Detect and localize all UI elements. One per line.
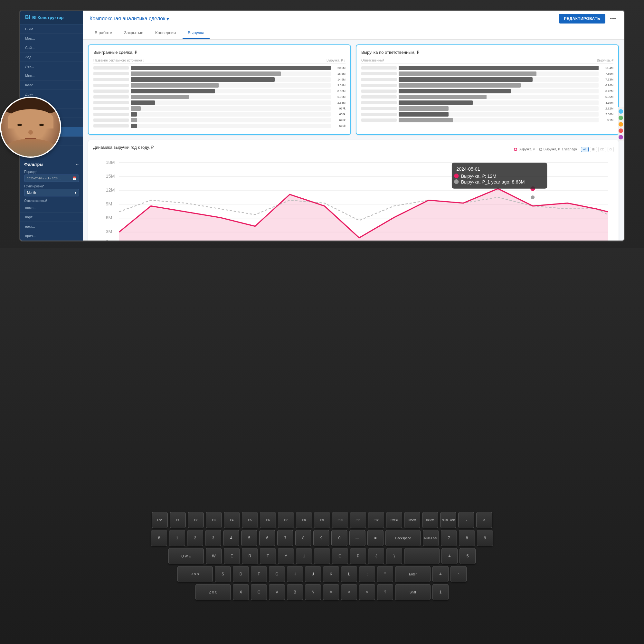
key-s[interactable]: S: [215, 566, 231, 582]
key-prtsc[interactable]: PrtSc: [386, 512, 402, 528]
edit-button[interactable]: РЕДАКТИРОВАТЬ: [559, 14, 606, 24]
control-fullscreen[interactable]: □: [608, 147, 614, 152]
key-f2[interactable]: F2: [188, 512, 204, 528]
sidebar-item-crm[interactable]: CRM: [20, 24, 83, 34]
key-slash[interactable]: ?: [377, 584, 393, 600]
key-quote[interactable]: ": [377, 566, 393, 582]
key-o[interactable]: O: [332, 548, 348, 564]
key-num5-side[interactable]: 5: [450, 566, 467, 582]
key-semicolon[interactable]: ;: [359, 566, 375, 582]
key-equals[interactable]: =: [367, 530, 384, 546]
key-n[interactable]: N: [305, 584, 321, 600]
key-f4[interactable]: F4: [224, 512, 240, 528]
key-f8[interactable]: F8: [296, 512, 312, 528]
tab-revenue[interactable]: Выручка: [183, 27, 210, 39]
sidebar-item-vart[interactable]: варт...: [20, 213, 83, 222]
key-multiply[interactable]: ×: [476, 512, 492, 528]
key-f[interactable]: F: [251, 566, 267, 582]
key-num7[interactable]: 7: [441, 530, 457, 546]
sidebar-item-sai[interactable]: Сай...: [20, 43, 83, 52]
key-5[interactable]: 5: [241, 530, 257, 546]
key-f11[interactable]: F11: [350, 512, 366, 528]
key-2[interactable]: 2: [187, 530, 203, 546]
key-3[interactable]: 3: [205, 530, 221, 546]
tab-conversion[interactable]: Конверсия: [150, 27, 181, 39]
key-insert[interactable]: Insert: [404, 512, 420, 528]
key-bracket-r[interactable]: }: [386, 548, 402, 564]
grouping-select[interactable]: Month ▾: [24, 189, 79, 196]
key-b[interactable]: B: [287, 584, 303, 600]
key-backtick[interactable]: ё: [151, 530, 167, 546]
key-divide[interactable]: ÷: [458, 512, 474, 528]
key-f7[interactable]: F7: [278, 512, 294, 528]
control-table[interactable]: ⊟: [590, 147, 597, 152]
key-num8[interactable]: 8: [459, 530, 475, 546]
key-num1[interactable]: 1: [432, 584, 449, 600]
key-period[interactable]: >: [359, 584, 375, 600]
key-m[interactable]: M: [323, 584, 339, 600]
key-1[interactable]: 1: [169, 530, 185, 546]
key-7[interactable]: 7: [277, 530, 293, 546]
key-r[interactable]: R: [242, 548, 258, 564]
key-num5[interactable]: 5: [459, 548, 476, 564]
sidebar-item-nast[interactable]: наст...: [20, 222, 83, 231]
key-numlock2[interactable]: Num Lock: [423, 530, 439, 546]
key-tab[interactable]: Q W E: [168, 548, 204, 564]
key-minus[interactable]: —: [349, 530, 365, 546]
sidebar-item-kale[interactable]: Кале...: [20, 81, 83, 90]
key-u[interactable]: U: [296, 548, 312, 564]
sidebar-item-zad[interactable]: Зад...: [20, 52, 83, 62]
key-0[interactable]: 0: [331, 530, 347, 546]
key-num9[interactable]: 9: [477, 530, 493, 546]
key-f12[interactable]: F12: [368, 512, 384, 528]
sidebar-item-prich[interactable]: прич...: [20, 231, 83, 241]
key-v[interactable]: V: [269, 584, 285, 600]
period-input[interactable]: 2023-07-10 ≤ col ≤ 2024... 📅: [24, 175, 79, 182]
key-enter-top[interactable]: [404, 548, 440, 564]
key-f3[interactable]: F3: [206, 512, 222, 528]
key-i[interactable]: I: [314, 548, 330, 564]
key-shift-r[interactable]: Shift: [395, 584, 431, 600]
sidebar-item-pomo[interactable]: помо...: [20, 203, 83, 213]
dropdown-icon[interactable]: ▾: [166, 16, 169, 22]
key-f6[interactable]: F6: [260, 512, 276, 528]
key-l[interactable]: L: [341, 566, 357, 582]
filter-collapse-icon[interactable]: ←: [75, 162, 79, 167]
key-f1[interactable]: F1: [170, 512, 186, 528]
key-enter[interactable]: Enter: [395, 566, 431, 582]
key-f5[interactable]: F5: [242, 512, 258, 528]
more-button[interactable]: •••: [609, 15, 617, 22]
control-all[interactable]: All: [581, 147, 589, 152]
key-c[interactable]: C: [251, 584, 267, 600]
key-f9[interactable]: F9: [314, 512, 330, 528]
sidebar-item-mes[interactable]: Мес...: [20, 71, 83, 81]
key-e[interactable]: E: [224, 548, 240, 564]
key-w[interactable]: W: [206, 548, 222, 564]
key-y[interactable]: Y: [278, 548, 294, 564]
key-4[interactable]: 4: [223, 530, 239, 546]
key-numlock[interactable]: Num Lock: [440, 512, 456, 528]
key-delete[interactable]: Delete: [422, 512, 438, 528]
key-esc[interactable]: Esc: [152, 512, 168, 528]
key-9[interactable]: 9: [313, 530, 329, 546]
key-p[interactable]: P: [350, 548, 366, 564]
key-num4[interactable]: 4: [441, 548, 458, 564]
key-h[interactable]: H: [287, 566, 303, 582]
key-caps[interactable]: A S D: [177, 566, 213, 582]
key-x[interactable]: X: [233, 584, 249, 600]
key-backspace[interactable]: Backspace: [385, 530, 421, 546]
key-shift-l[interactable]: Z X C: [195, 584, 231, 600]
tab-in-work[interactable]: В работе: [90, 27, 117, 39]
key-6[interactable]: 6: [259, 530, 275, 546]
key-d[interactable]: D: [233, 566, 249, 582]
key-t[interactable]: T: [260, 548, 276, 564]
key-f10[interactable]: F10: [332, 512, 348, 528]
key-bracket-l[interactable]: {: [368, 548, 384, 564]
key-k[interactable]: K: [323, 566, 339, 582]
sidebar-item-len[interactable]: Лен...: [20, 62, 83, 71]
control-expand[interactable]: □□: [598, 147, 606, 152]
sidebar-item-mar[interactable]: Мар...: [20, 34, 83, 43]
key-j[interactable]: J: [305, 566, 321, 582]
tab-closed[interactable]: Закрытые: [119, 27, 148, 39]
key-comma[interactable]: <: [341, 584, 357, 600]
